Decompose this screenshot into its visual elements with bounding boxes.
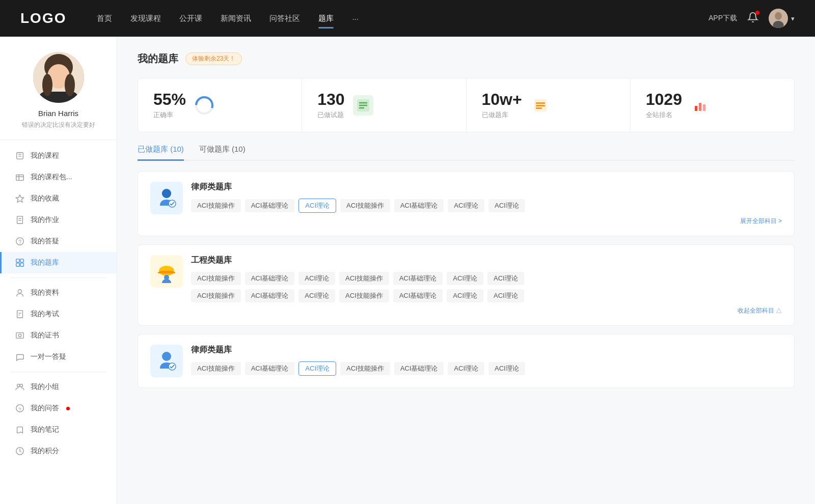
- tag[interactable]: ACI理论: [488, 362, 525, 375]
- sidebar-item-exam[interactable]: 我的考试: [0, 303, 117, 325]
- sidebar-item-my-qa[interactable]: ? 我的问答: [0, 398, 117, 419]
- tag[interactable]: ACI理论: [447, 289, 483, 302]
- stat-label-done-b: 已做题库: [482, 110, 522, 120]
- app-download-link[interactable]: APP下载: [709, 14, 737, 23]
- exam-icon: [15, 310, 24, 319]
- qa-icon: ?: [15, 404, 24, 413]
- svg-rect-45: [536, 107, 542, 109]
- nav-open-course[interactable]: 公开课: [179, 12, 202, 25]
- tags-row-lawyer-2: ACI技能操作 ACI基础理论 ACI理论 ACI技能操作 ACI基础理论 AC…: [191, 361, 782, 376]
- qbank-card-lawyer-1: 律师类题库 ACI技能操作 ACI基础理论 ACI理论 ACI技能操作 ACI基…: [138, 171, 795, 236]
- page-header: 我的题库 体验剩余23天！: [138, 52, 795, 66]
- tag-active[interactable]: ACI理论: [298, 199, 336, 213]
- svg-rect-26: [17, 311, 23, 318]
- tag[interactable]: ACI技能操作: [191, 272, 241, 285]
- accuracy-chart-icon: [194, 95, 214, 116]
- tag[interactable]: ACI基础理论: [245, 289, 295, 302]
- sidebar-item-notes[interactable]: 我的笔记: [0, 419, 117, 440]
- lawyer-bank-icon-2: [150, 345, 183, 377]
- tag[interactable]: ACI基础理论: [245, 272, 295, 285]
- nav-qa[interactable]: 问答社区: [269, 12, 300, 25]
- sidebar-label: 一对一答疑: [31, 352, 66, 361]
- tag[interactable]: ACI理论: [487, 289, 524, 302]
- svg-rect-44: [536, 105, 545, 106]
- stat-value-done-b: 10w+: [482, 91, 522, 108]
- sidebar-label: 我的答疑: [31, 237, 59, 246]
- chat-icon: [15, 352, 24, 361]
- page-title: 我的题库: [138, 52, 178, 66]
- content-area: 我的题库 体验剩余23天！ 55% 正确率 130: [117, 37, 815, 504]
- collapse-link-engineer[interactable]: 收起全部科目 △: [191, 306, 782, 315]
- sidebar-item-questions[interactable]: ? 我的答疑: [0, 231, 117, 252]
- sidebar-item-question-bank[interactable]: 我的题库: [0, 252, 117, 273]
- sidebar-item-points[interactable]: 我的积分: [0, 440, 117, 462]
- nav-more[interactable]: ···: [352, 12, 359, 25]
- svg-point-1: [775, 12, 782, 20]
- nav-home[interactable]: 首页: [97, 12, 112, 25]
- svg-point-56: [162, 352, 171, 361]
- tag[interactable]: ACI技能操作: [339, 272, 389, 285]
- done-questions-icon: [353, 95, 373, 116]
- tag[interactable]: ACI理论: [448, 362, 484, 375]
- tag[interactable]: ACI基础理论: [393, 272, 443, 285]
- sidebar-item-group[interactable]: 我的小组: [0, 376, 117, 398]
- tag[interactable]: ACI技能操作: [191, 289, 241, 302]
- stat-ranking: 1029 全站排名: [631, 78, 794, 132]
- tag[interactable]: ACI理论: [298, 289, 335, 302]
- sidebar-item-one-on-one[interactable]: 一对一答疑: [0, 346, 117, 368]
- sidebar-item-my-courses[interactable]: 我的课程: [0, 145, 117, 166]
- sidebar-item-homework[interactable]: 我的作业: [0, 209, 117, 231]
- tag[interactable]: ACI理论: [488, 199, 525, 212]
- sidebar-label: 我的问答: [31, 404, 59, 413]
- stat-value-done-q: 130: [317, 91, 344, 108]
- sidebar-label: 我的收藏: [31, 194, 59, 203]
- sidebar-item-favorites[interactable]: 我的收藏: [0, 188, 117, 209]
- user-avatar-menu[interactable]: ▾: [769, 9, 795, 28]
- profile-icon: [15, 288, 24, 297]
- tag[interactable]: ACI基础理论: [393, 289, 443, 302]
- tag-active[interactable]: ACI理论: [298, 361, 336, 376]
- tag[interactable]: ACI基础理论: [394, 199, 444, 212]
- tag[interactable]: ACI技能操作: [191, 362, 241, 375]
- tag[interactable]: ACI基础理论: [394, 362, 444, 375]
- sidebar-label: 我的作业: [31, 215, 59, 225]
- sidebar-item-certificate[interactable]: 我的证书: [0, 325, 117, 346]
- notification-bell[interactable]: [747, 12, 758, 25]
- tab-done-banks[interactable]: 已做题库 (10): [138, 145, 184, 161]
- sidebar-item-profile[interactable]: 我的资料: [0, 282, 117, 303]
- sidebar-menu: 我的课程 我的课程包... 我的收藏 我的作业: [0, 140, 117, 467]
- sidebar-label: 我的题库: [31, 258, 59, 267]
- package-icon: [15, 173, 24, 182]
- svg-point-31: [17, 384, 20, 387]
- sidebar-label: 我的考试: [31, 310, 59, 319]
- star-icon: [15, 194, 24, 203]
- notes-icon: [15, 425, 24, 434]
- svg-rect-12: [16, 175, 23, 181]
- tag[interactable]: ACI理论: [487, 272, 524, 285]
- tag[interactable]: ACI理论: [298, 272, 335, 285]
- qbank-card-lawyer-2: 律师类题库 ACI技能操作 ACI基础理论 ACI理论 ACI技能操作 ACI基…: [138, 334, 795, 388]
- qbank-title-lawyer-1: 律师类题库: [191, 182, 782, 192]
- nav-discover[interactable]: 发现课程: [130, 12, 161, 25]
- engineer-bank-icon: [150, 255, 183, 288]
- nav-news[interactable]: 新闻资讯: [221, 12, 251, 25]
- sidebar: Brian Harris 错误的决定比没有决定要好 我的课程 我的课程包...: [0, 37, 117, 504]
- tag[interactable]: ACI技能操作: [191, 199, 241, 212]
- tag[interactable]: ACI技能操作: [339, 289, 389, 302]
- tag[interactable]: ACI技能操作: [340, 362, 390, 375]
- stat-done-banks: 10w+ 已做题库: [467, 78, 631, 132]
- main-layout: Brian Harris 错误的决定比没有决定要好 我的课程 我的课程包...: [0, 37, 815, 504]
- nav-question-bank[interactable]: 题库: [318, 12, 334, 25]
- expand-link-lawyer-1[interactable]: 展开全部科目 >: [191, 217, 782, 226]
- tag[interactable]: ACI技能操作: [340, 199, 390, 212]
- svg-rect-48: [703, 104, 705, 111]
- svg-text:?: ?: [18, 406, 21, 412]
- tag[interactable]: ACI基础理论: [245, 199, 295, 212]
- stat-value-accuracy: 55%: [153, 91, 186, 108]
- sidebar-item-course-packages[interactable]: 我的课程包...: [0, 166, 117, 188]
- profile-name: Brian Harris: [38, 109, 78, 118]
- tag[interactable]: ACI理论: [447, 272, 483, 285]
- tag[interactable]: ACI基础理论: [245, 362, 295, 375]
- tab-available-banks[interactable]: 可做题库 (10): [199, 145, 246, 161]
- tag[interactable]: ACI理论: [448, 199, 484, 212]
